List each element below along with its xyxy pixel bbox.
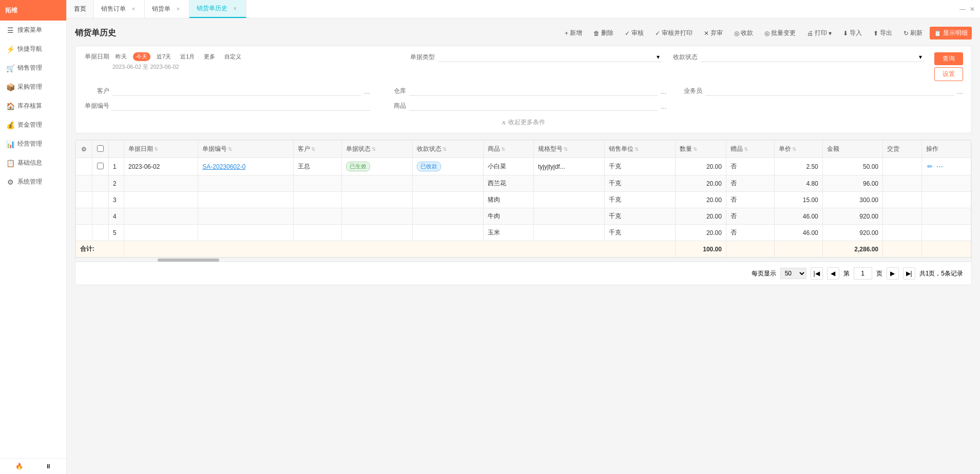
audit-button[interactable]: ✓ 审核 [621,27,648,40]
cell-checkbox-4[interactable] [92,208,109,225]
th-product[interactable]: 商品⇅ [484,141,534,158]
prev-page-button[interactable]: ◀ [827,267,839,280]
sidebar-item-inventory[interactable]: 🏠 库存核算 [0,96,66,115]
th-unit[interactable]: 销售单位⇅ [605,141,676,158]
pause-icon[interactable]: ⏸ [45,463,51,470]
collect-button[interactable]: ◎ 收款 [730,27,757,40]
sales-mgmt-icon: 🛒 [6,64,14,72]
th-unit-price[interactable]: 单价⇅ [774,141,822,158]
collect-status-select[interactable]: ▾ [701,52,924,62]
cell-customer-1: 王总 [294,158,342,175]
cell-checkbox-1[interactable] [92,158,109,175]
cell-index-5: 5 [109,225,124,241]
window-close-icon[interactable]: ✕ [970,6,975,13]
new-button[interactable]: + 新增 [561,27,586,40]
th-qty[interactable]: 数量⇅ [676,141,726,158]
horizontal-scrollbar[interactable] [75,258,971,262]
import-button[interactable]: ⬇ 导入 [839,27,866,40]
th-gift[interactable]: 赠品⇅ [726,141,774,158]
th-spec[interactable]: 规格型号⇅ [533,141,604,158]
cell-doc-no-1: SA-20230602-0 [198,158,294,175]
th-customer[interactable]: 客户⇅ [294,141,342,158]
app-logo: 拓维 [0,0,66,21]
th-checkbox[interactable] [92,141,109,158]
window-minimize-icon[interactable]: — [959,6,966,13]
doc-no-link-1[interactable]: SA-20230602-0 [202,163,245,170]
sidebar-item-finance[interactable]: 💰 资金管理 [0,115,66,134]
product-dots[interactable]: ... [661,102,667,110]
product-input[interactable] [409,101,658,111]
export-button[interactable]: ⬆ 导出 [869,27,896,40]
date-7days[interactable]: 近7天 [153,52,174,61]
salesperson-input[interactable] [705,86,954,96]
warehouse-filter: 仓库 ... [380,86,667,96]
refresh-button[interactable]: ↻ 刷新 [899,27,927,40]
collect-status-badge-1: 已收款 [417,162,441,171]
cell-doc-no-4 [198,208,294,225]
th-doc-date[interactable]: 单据日期⇅ [124,141,198,158]
show-detail-button[interactable]: 📋 显示明细 [930,27,972,40]
tab-sales-goods[interactable]: 销货单 × [145,0,189,18]
audit-print-button[interactable]: ✓ 审核并打印 [651,27,697,40]
warehouse-input[interactable] [409,86,658,96]
sidebar-item-quick-nav[interactable]: ⚡ 快捷导航 [0,40,66,58]
cell-checkbox-3[interactable] [92,192,109,208]
cell-gift-5: 否 [726,225,774,241]
date-yesterday[interactable]: 昨天 [112,52,130,61]
th-doc-no[interactable]: 单据编号⇅ [198,141,294,158]
per-page-select[interactable]: 50 100 200 [780,268,806,279]
tab-sales-goods-close[interactable]: × [175,6,182,13]
date-range-value: 2023-06-02 至 2023-06-02 [112,63,179,71]
th-gear[interactable]: ⚙ [76,141,92,158]
warehouse-dots[interactable]: ... [661,87,667,95]
tab-sales-order[interactable]: 销售订单 × [94,0,145,18]
date-today[interactable]: 今天 [133,52,150,61]
date-1month[interactable]: 近1月 [177,52,198,61]
cell-unit-price-4: 46.00 [774,208,822,225]
th-doc-status[interactable]: 单据状态⇅ [342,141,413,158]
tab-sales-order-close[interactable]: × [130,6,137,13]
cell-checkbox-5[interactable] [92,225,109,241]
last-page-button[interactable]: ▶| [903,267,915,280]
customer-dots[interactable]: ... [364,87,370,95]
batch-change-button[interactable]: ◎ 批量变更 [760,27,800,40]
sidebar: 拓维 ☰ 搜索菜单 ⚡ 快捷导航 🛒 销售管理 📦 采购管理 🏠 库存核算 💰 … [0,0,67,474]
fire-icon[interactable]: 🔥 [15,463,23,470]
next-page-button[interactable]: ▶ [887,267,899,280]
tab-home[interactable]: 首页 [67,0,94,18]
date-custom[interactable]: 自定义 [221,52,244,61]
sidebar-item-search-menu[interactable]: ☰ 搜索菜单 [0,21,66,40]
first-page-button[interactable]: |◀ [811,267,823,280]
collapse-button[interactable]: ∧ 收起更多条件 [84,116,963,127]
cell-action-5 [921,225,971,241]
sidebar-item-basic-info[interactable]: 📋 基础信息 [0,153,66,172]
query-button[interactable]: 查询 [934,52,963,65]
doc-type-select[interactable]: ▾ [438,52,661,62]
delete-button[interactable]: 🗑 删除 [589,27,618,40]
more-icon-1[interactable]: ⋯ [936,163,943,170]
doc-no-input[interactable] [112,101,370,111]
collapse-label: 收起更多条件 [508,118,545,127]
sidebar-item-operations[interactable]: 📊 经营管理 [0,134,66,153]
current-page-input[interactable]: 1 [854,267,872,280]
cell-checkbox-2[interactable] [92,175,109,192]
cell-gift-4: 否 [726,208,774,225]
customer-input[interactable] [112,86,361,96]
sidebar-item-sales-mgmt[interactable]: 🛒 销售管理 [0,58,66,77]
print-button[interactable]: 🖨 打印 ▾ [803,27,836,40]
product-label: 商品 [380,102,406,110]
sidebar-item-system-mgmt[interactable]: ⚙ 系统管理 [0,172,66,191]
date-more[interactable]: 更多 [201,52,218,61]
cell-action-4 [921,208,971,225]
basic-info-icon: 📋 [6,159,14,167]
edit-icon-1[interactable]: ✏ [927,163,933,170]
settings-button[interactable]: 设置 [934,67,963,81]
abandon-button[interactable]: ✕ 弃审 [700,27,727,40]
salesperson-dots[interactable]: ... [957,87,963,95]
th-collect-status[interactable]: 收款状态⇅ [413,141,484,158]
tab-sales-history[interactable]: 销货单历史 × [189,0,246,18]
sidebar-item-purchase-mgmt[interactable]: 📦 采购管理 [0,77,66,96]
select-all-checkbox[interactable] [97,145,104,152]
tab-sales-history-close[interactable]: × [232,5,239,12]
cell-amount-5: 920.00 [822,225,882,241]
